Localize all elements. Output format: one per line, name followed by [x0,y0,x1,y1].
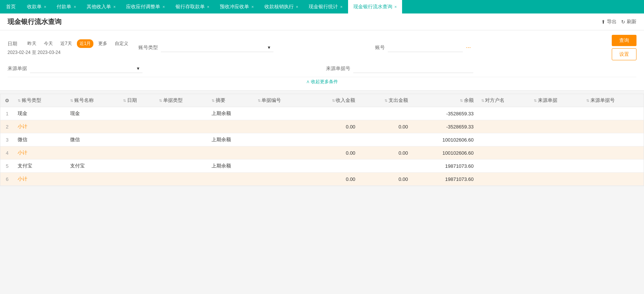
counter-party-cell [477,107,530,120]
nav-tab-yingshoutiaozheng[interactable]: 应收应付调整单 × [121,0,170,13]
sort-icon: ⇅ [384,98,389,103]
source-doc-cell [530,133,582,146]
collapse-bar[interactable]: ∧ 收起更多条件 [8,77,636,87]
filter-row-2: 来源单据 ▾ 来源单据号 [8,64,636,73]
source-doc-cell [530,120,582,133]
row-number: 5 [0,160,14,173]
source-doc-num-cell [582,133,644,146]
expense-cell [359,133,411,146]
col-date[interactable]: ⇅ 日期 [119,94,155,107]
sort-icon: ⇅ [258,98,262,103]
close-icon[interactable]: × [251,4,254,9]
page-title: 现金银行流水查询 [8,17,62,26]
account-name-cell [66,173,119,186]
nav-tab-shoukuanhexiao[interactable]: 收款核销执行 × [259,0,303,13]
col-expense[interactable]: ⇅ 支出金额 [359,94,411,107]
close-icon[interactable]: × [74,4,76,9]
source-doc-filter-group: 来源单据 ▾ [8,64,318,73]
nav-tab-xianjinyinhang[interactable]: 现金银行统计 × [303,0,348,13]
source-doc-num-cell [582,107,644,120]
date-7days-btn[interactable]: 近7天 [58,39,75,48]
doc-num-cell [254,120,306,133]
col-income[interactable]: ⇅ 收入金额 [306,94,359,107]
table-row: 5支付宝支付宝上期余额19871073.60 [0,160,644,173]
source-doc-label: 来源单据 [8,65,27,72]
gear-icon[interactable]: ⚙ [5,98,9,103]
filter-area: 日期 昨天 今天 近7天 近1月 更多 自定义 2023-02-24 至 202… [0,30,644,91]
doc-type-cell [155,160,208,173]
expense-cell [359,160,411,173]
account-type-cell: 现金 [14,107,66,120]
col-source-doc-num[interactable]: ⇅ 来源单据号 [582,94,644,107]
col-doc-type[interactable]: ⇅ 单据类型 [155,94,208,107]
table-row: 3微信微信上期余额100102606.60 [0,133,644,146]
doc-num-cell [254,133,306,146]
source-doc-num-cell [582,146,644,160]
account-type-cell: 小计 [14,173,66,186]
date-more-btn[interactable]: 更多 [96,39,110,48]
close-icon[interactable]: × [162,4,165,9]
sort-icon: ⇅ [534,98,538,103]
date-filter-group: 日期 昨天 今天 近7天 近1月 更多 自定义 2023-02-24 至 202… [8,39,131,56]
setting-button[interactable]: 设置 [612,48,636,60]
date-custom-btn[interactable]: 自定义 [112,39,131,48]
col-counter-party[interactable]: ⇅ 对方户名 [477,94,530,107]
close-icon[interactable]: × [395,4,397,9]
account-type-select[interactable]: ▾ [161,43,273,52]
account-input[interactable] [388,43,463,52]
date-today-btn[interactable]: 今天 [41,39,56,48]
header-actions: ⬆ 导出 ↻ 刷新 [601,18,636,25]
col-doc-num[interactable]: ⇅ 单据编号 [254,94,306,107]
table-settings-col[interactable]: ⚙ [0,94,14,107]
close-icon[interactable]: × [207,4,209,9]
balance-cell: 19871073.60 [412,173,477,186]
close-icon[interactable]: × [44,4,46,9]
data-table: ⚙ ⇅ 账号类型 ⇅ 账号名称 ⇅ 日期 ⇅ 单据类型 [0,94,644,186]
query-button[interactable]: 查询 [612,35,636,46]
col-account-type[interactable]: ⇅ 账号类型 [14,94,66,107]
close-icon[interactable]: × [296,4,298,9]
balance-cell: 100102606.60 [412,146,477,160]
nav-tab-yinhangcunkuan[interactable]: 银行存取款单 × [170,0,215,13]
close-icon[interactable]: × [340,4,342,9]
close-icon[interactable]: × [113,4,116,9]
source-doc-select[interactable]: ▾ [30,64,143,73]
col-balance[interactable]: ⇅ 余额 [412,94,477,107]
source-doc-num-input[interactable] [353,64,473,73]
account-type-filter-group: 账号类型 ▾ [138,43,368,52]
nav-home[interactable]: 首页 [0,0,22,13]
nav-tab-liushui[interactable]: 现金银行流水查询 × [348,0,402,13]
account-name-cell [66,146,119,160]
nav-tab-fukuandan[interactable]: 付款单 × [51,0,81,13]
account-type-label: 账号类型 [138,44,158,51]
account-name-cell [66,120,119,133]
expense-cell: 0.00 [359,120,411,133]
nav-tab-qitashouruda[interactable]: 其他收入单 × [81,0,121,13]
source-doc-cell [530,160,582,173]
row-number: 3 [0,133,14,146]
balance-cell: 19871073.60 [412,160,477,173]
nav-tab-shouкuandan[interactable]: 收款单 × [22,0,51,13]
col-account-name[interactable]: ⇅ 账号名称 [66,94,119,107]
doc-type-cell [155,146,208,160]
nav-tab-yushouchong[interactable]: 预收冲应收单 × [215,0,259,13]
date-1month-btn[interactable]: 近1月 [77,39,94,48]
balance-cell: 100102606.60 [412,133,477,146]
doc-type-cell [155,120,208,133]
source-doc-num-cell [582,120,644,133]
date-yesterday-btn[interactable]: 昨天 [25,39,39,48]
summary-cell: 上期余额 [208,160,254,173]
summary-cell [208,120,254,133]
account-type-cell: 小计 [14,146,66,160]
export-button[interactable]: ⬆ 导出 [601,18,617,25]
income-cell: 0.00 [306,146,359,160]
col-summary[interactable]: ⇅ 摘要 [208,94,254,107]
summary-cell [208,146,254,160]
account-dots-button[interactable]: ··· [466,44,471,51]
chevron-down-icon: ▾ [268,45,270,50]
refresh-button[interactable]: ↻ 刷新 [621,18,636,25]
account-name-cell: 微信 [66,133,119,146]
account-type-cell: 小计 [14,120,66,133]
col-source-doc[interactable]: ⇅ 来源单据 [530,94,582,107]
date-cell [119,133,155,146]
